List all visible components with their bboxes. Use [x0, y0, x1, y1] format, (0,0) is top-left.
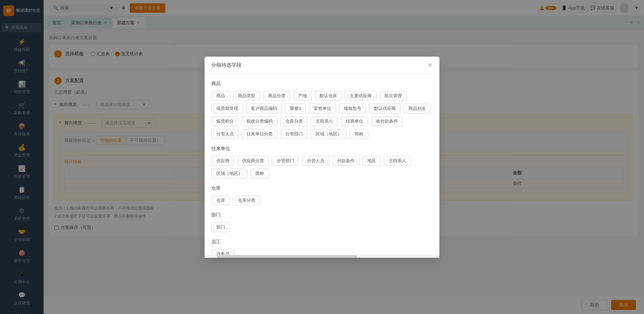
field-tag[interactable]: 商品分类 — [263, 91, 290, 101]
field-tag[interactable]: 仓库 — [211, 195, 230, 205]
field-tag[interactable]: 分管部门 — [280, 129, 308, 139]
modal-hscroll-thumb — [216, 255, 357, 257]
field-tags-staff: 业务员 — [211, 249, 433, 255]
field-tag[interactable]: 供应商 — [211, 156, 234, 166]
field-tag[interactable]: 收付款条件 — [371, 116, 403, 126]
field-tag[interactable]: 产地 — [293, 91, 312, 101]
field-tag[interactable]: 商品别名 — [404, 104, 431, 114]
field-tag[interactable]: 简称 — [350, 129, 368, 139]
field-section-warehouse: 仓库仓库仓库分类 — [211, 185, 433, 205]
field-tag[interactable]: 简称 — [250, 169, 269, 179]
field-tag[interactable]: 分管人员 — [211, 129, 239, 139]
field-tag[interactable]: 批次管理 — [379, 91, 407, 101]
field-tag[interactable]: 炼货积分 — [211, 116, 239, 126]
field-tag[interactable]: 付款条件 — [332, 156, 360, 166]
field-section-counterpart: 往来单位供应商供应商分类分管部门分管人员付款条件地区主联系人区域（地区）简称 — [211, 146, 433, 179]
field-section-title-goods: 商品 — [211, 81, 433, 87]
field-tag[interactable]: 主要供应商 — [345, 91, 377, 101]
field-tag[interactable]: 分管部门 — [272, 156, 299, 166]
modal-close-button[interactable]: ✕ — [428, 62, 433, 68]
field-tag[interactable]: 主联系人 — [384, 156, 411, 166]
field-section-title-counterpart: 往来单位 — [211, 146, 433, 152]
field-section-staff: 员工业务员 — [211, 239, 433, 255]
field-tag[interactable]: 保质期管理 — [211, 104, 243, 114]
field-tag[interactable]: 零售单位 — [309, 104, 336, 114]
field-tag[interactable]: 供应商分类 — [237, 156, 269, 166]
field-tag[interactable]: 分管人员 — [302, 156, 329, 166]
field-section-department: 部门部门 — [211, 212, 433, 232]
field-tag[interactable]: 部门 — [211, 222, 230, 232]
field-tags-warehouse: 仓库仓库分类 — [211, 195, 433, 205]
field-tag[interactable]: 结算单位 — [341, 116, 368, 126]
field-section-title-warehouse: 仓库 — [211, 185, 433, 191]
field-tag[interactable]: 地区 — [362, 156, 381, 166]
field-tag[interactable]: 区域（地区） — [211, 169, 248, 179]
field-tag[interactable]: 业务员 — [211, 249, 234, 255]
field-tag[interactable]: 区域（地区） — [311, 129, 347, 139]
field-tag[interactable]: 税收分类编码 — [241, 116, 278, 126]
field-tag[interactable]: 仓库分类 — [280, 116, 308, 126]
field-tag[interactable]: 仓库分类 — [233, 195, 260, 205]
modal-body: 商品商品商品类型商品分类产地默认仓库主要供应商批次管理保质期管理客户商品编码重量… — [205, 74, 439, 255]
field-section-title-staff: 员工 — [211, 239, 433, 245]
field-section-title-department: 部门 — [211, 212, 433, 218]
field-tags-goods: 商品商品类型商品分类产地默认仓库主要供应商批次管理保质期管理客户商品编码重量3零… — [211, 91, 433, 139]
modal-horizontal-scrollbar[interactable] — [205, 255, 439, 257]
field-tag[interactable]: 商品类型 — [233, 91, 260, 101]
field-tag[interactable]: 默认供应商 — [369, 104, 401, 114]
modal-header: 分组待选字段 ✕ — [205, 57, 439, 74]
modal-title: 分组待选字段 — [211, 62, 241, 68]
field-tag[interactable]: 默认仓库 — [315, 91, 342, 101]
field-tag[interactable]: 客户商品编码 — [246, 104, 282, 114]
field-tags-department: 部门 — [211, 222, 433, 232]
field-tag[interactable]: 主联系人 — [311, 116, 338, 126]
field-tag[interactable]: 往来单位分类 — [241, 129, 278, 139]
field-tag[interactable]: 规格型号 — [339, 104, 366, 114]
field-select-modal: 分组待选字段 ✕ 商品商品商品类型商品分类产地默认仓库主要供应商批次管理保质期管… — [205, 57, 439, 258]
field-section-goods: 商品商品商品类型商品分类产地默认仓库主要供应商批次管理保质期管理客户商品编码重量… — [211, 81, 433, 139]
field-tag[interactable]: 商品 — [211, 91, 230, 101]
field-tag[interactable]: 重量3 — [285, 104, 306, 114]
modal-overlay: 分组待选字段 ✕ 商品商品商品类型商品分类产地默认仓库主要供应商批次管理保质期管… — [0, 0, 644, 314]
field-tags-counterpart: 供应商供应商分类分管部门分管人员付款条件地区主联系人区域（地区）简称 — [211, 156, 433, 179]
